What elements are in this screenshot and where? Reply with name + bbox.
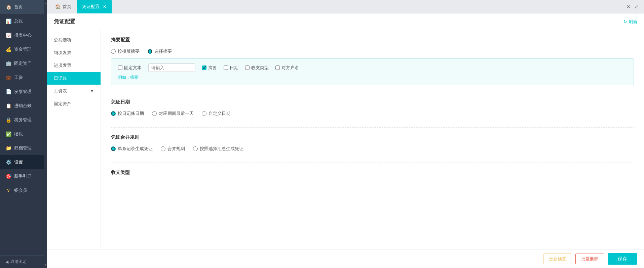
left-nav-fixed-assets-label: 固定资产 — [54, 101, 71, 107]
checkbox-counterpart-input[interactable] — [275, 65, 280, 70]
sidebar-item-funds[interactable]: 💰 资金管理 — [0, 42, 44, 56]
guide-icon: 🎯 — [5, 173, 11, 179]
checkbox-date[interactable]: 日期 — [224, 65, 238, 71]
refresh-button[interactable]: ↻ 刷新 — [623, 19, 637, 25]
sidebar-item-purchase[interactable]: 📋 进销台账 — [0, 99, 44, 113]
sidebar-item-home[interactable]: 🏠 首页 — [0, 0, 44, 14]
summary-radio-group: 按模版摘要 选择摘要 — [111, 48, 634, 54]
radio-diary-date-label: 按日记账日期 — [118, 110, 144, 117]
radio-custom-date-input[interactable] — [202, 111, 206, 116]
sidebar-item-archive[interactable]: 📁 归档管理 — [0, 141, 44, 155]
checkbox-date-input[interactable] — [224, 65, 228, 70]
reports-icon: 📈 — [5, 32, 11, 38]
tab-voucher-config[interactable]: 凭证配置 ✕ — [77, 0, 112, 13]
radio-merge[interactable]: 合并规则 — [161, 146, 185, 152]
sidebar-item-label: 固定资产 — [14, 60, 32, 66]
checkout-icon: ✅ — [5, 131, 11, 137]
checkbox-summary[interactable]: 摘要 — [202, 65, 217, 71]
voucher-date-section: 凭证日期 按日记账日期 对应期间最后一天 自定义日期 — [111, 99, 634, 128]
radio-select-input[interactable] — [148, 49, 152, 54]
sidebar-item-guide[interactable]: 🎯 新手引导 — [0, 169, 44, 183]
radio-custom-date[interactable]: 自定义日期 — [202, 110, 230, 117]
tab-voucher-label: 凭证配置 — [82, 4, 100, 10]
sidebar-item-label: 首页 — [14, 4, 23, 10]
minimize-btn[interactable]: ✕ — [627, 4, 631, 9]
radio-single[interactable]: 单条记录生成凭证 — [111, 146, 153, 152]
checkbox-fixed-text-label: 固定文本 — [124, 65, 142, 71]
sidebar-item-label: 资金管理 — [14, 46, 32, 52]
save-button[interactable]: 保存 — [608, 253, 637, 265]
radio-diary-date[interactable]: 按日记账日期 — [111, 110, 144, 117]
sidebar-bottom-label: 取消固定 — [10, 259, 27, 265]
checkbox-fixed-text-input[interactable] — [118, 65, 122, 70]
sidebar-bottom-pin[interactable]: ◀ 取消固定 — [0, 255, 44, 268]
refresh-icon: ↻ — [623, 19, 627, 24]
sidebar: 🏠 首页 📊 总账 📈 报表中心 💰 资金管理 🏢 固定资产 💼 工资 📄 发票… — [0, 0, 44, 268]
checkbox-counterpart[interactable]: 对方户名 — [275, 65, 299, 71]
radio-diary-date-input[interactable] — [111, 111, 116, 116]
maximize-btn[interactable]: ⤢ — [635, 4, 639, 9]
sidebar-item-label: 新手引导 — [14, 173, 32, 179]
sidebar-item-label: 归档管理 — [14, 145, 32, 151]
left-nav-public[interactable]: 公共选项 — [47, 34, 101, 46]
left-nav-public-label: 公共选项 — [54, 37, 71, 43]
checkbox-summary-input[interactable] — [202, 65, 206, 70]
sidebar-item-label: 报表中心 — [14, 32, 32, 38]
radio-select[interactable]: 选择摘要 — [148, 48, 172, 54]
settings-icon: ⚙️ — [5, 159, 11, 165]
home-tab-icon: 🏠 — [55, 4, 61, 9]
sidebar-item-reports[interactable]: 📈 报表中心 — [0, 28, 44, 42]
fixed-text-input[interactable] — [148, 63, 195, 72]
left-nav-fixed-assets[interactable]: 固定资产 — [47, 97, 101, 110]
summary-config-box: 固定文本 摘要 日期 收支类型 — [111, 58, 634, 85]
scroll-down-arrow[interactable]: ▼ — [44, 263, 47, 267]
left-nav-sales[interactable]: 销项发票 — [47, 46, 101, 59]
tab-bar: 🏠 首页 凭证配置 ✕ ✕ ⤢ — [47, 0, 644, 13]
refresh-label: 刷新 — [629, 19, 637, 25]
radio-summary-label: 按照选择汇总生成凭证 — [200, 146, 243, 152]
update-preset-button[interactable]: 更新预置 — [543, 254, 572, 264]
sidebar-item-ledger[interactable]: 📊 总账 — [0, 14, 44, 28]
chevron-down-icon: ▼ — [90, 89, 94, 93]
sidebar-item-tax[interactable]: 🔒 税务管理 — [0, 113, 44, 127]
radio-summary[interactable]: 按照选择汇总生成凭证 — [193, 146, 243, 152]
left-nav-diary[interactable]: 日记账 — [47, 72, 101, 85]
tax-icon: 🔒 — [5, 117, 11, 123]
checkbox-date-label: 日期 — [230, 65, 238, 71]
sidebar-item-label: 总账 — [14, 18, 23, 24]
radio-last-day-input[interactable] — [152, 111, 157, 116]
sidebar-item-assets[interactable]: 🏢 固定资产 — [0, 56, 44, 71]
left-nav-salary-label: 工资表 — [54, 88, 67, 94]
batch-delete-button[interactable]: 批量删除 — [575, 254, 604, 264]
checkbox-fixed-text[interactable]: 固定文本 — [118, 65, 142, 71]
radio-template-input[interactable] — [111, 49, 116, 54]
page-title: 凭证配置 — [54, 18, 75, 25]
radio-template[interactable]: 按模版摘要 — [111, 48, 140, 54]
checkbox-counterpart-label: 对方户名 — [281, 65, 299, 71]
sidebar-item-vip[interactable]: V 畅会员 — [0, 183, 44, 197]
salary-icon: 💼 — [5, 75, 11, 81]
summary-row: 固定文本 摘要 日期 收支类型 — [118, 63, 627, 72]
sidebar-item-invoice[interactable]: 📄 发票管理 — [0, 85, 44, 99]
left-nav-salary[interactable]: 工资表 ▼ — [47, 85, 101, 97]
sidebar-item-settings[interactable]: ⚙️ 设置 — [0, 155, 44, 169]
archive-icon: 📁 — [5, 145, 11, 151]
left-nav-purchase-invoice[interactable]: 进项发票 — [47, 59, 101, 72]
radio-single-input[interactable] — [111, 146, 116, 151]
checkbox-income-type-input[interactable] — [245, 65, 250, 70]
tab-home-label: 首页 — [63, 4, 71, 10]
checkbox-summary-label: 摘要 — [208, 65, 217, 71]
income-expense-section: 收支类型 — [111, 170, 634, 188]
radio-last-day[interactable]: 对应期间最后一天 — [152, 110, 194, 117]
scroll-up-arrow[interactable]: ▲ — [44, 1, 47, 5]
purchase-icon: 📋 — [5, 103, 11, 109]
sidebar-item-checkout[interactable]: ✅ 结账 — [0, 127, 44, 141]
radio-merge-input[interactable] — [161, 146, 165, 151]
radio-summary-input[interactable] — [193, 146, 198, 151]
left-nav-sales-label: 销项发票 — [54, 50, 71, 56]
tab-close-btn[interactable]: ✕ — [103, 4, 106, 9]
checkbox-income-type-label: 收支类型 — [251, 65, 269, 71]
tab-home[interactable]: 🏠 首页 — [50, 0, 77, 13]
sidebar-item-salary[interactable]: 💼 工资 — [0, 71, 44, 85]
checkbox-income-type[interactable]: 收支类型 — [245, 65, 269, 71]
